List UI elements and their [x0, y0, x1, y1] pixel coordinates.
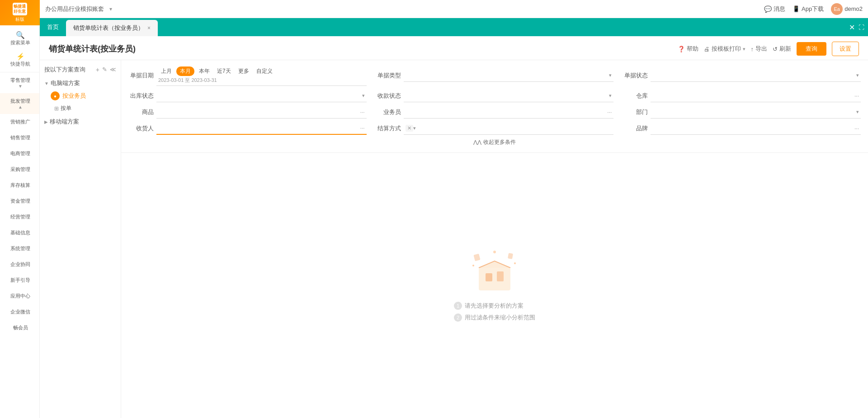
- sidebar-item-finance[interactable]: 资金管理: [0, 193, 39, 209]
- settle-tag-close[interactable]: ✕: [407, 125, 411, 131]
- sidebar-item-ecommerce[interactable]: 电商管理: [0, 146, 39, 162]
- outstatus-label: 出库状态: [128, 92, 154, 100]
- sidebar-item-quicknav[interactable]: ⚡ 快捷导航: [0, 51, 39, 69]
- date-tab-last-month[interactable]: 上月: [158, 66, 175, 76]
- logo-icon: 畅捷通好生意: [13, 3, 27, 15]
- tab-close-icon[interactable]: ×: [147, 25, 151, 31]
- sidebar-item-enterprise[interactable]: 企业协同: [0, 256, 39, 272]
- warehouse-control[interactable]: ···: [651, 90, 861, 102]
- sidebar-item-operations[interactable]: 经营管理: [0, 209, 39, 225]
- tab-maximize-icon[interactable]: ⛶: [859, 24, 864, 31]
- pc-group-label: 电脑端方案: [51, 79, 80, 87]
- sidebar-item-member[interactable]: 畅会员: [0, 320, 39, 336]
- docstatus-label: 单据状态: [623, 71, 648, 80]
- salesperson-more-icon[interactable]: ···: [607, 109, 612, 115]
- sidebar-search-section: 🔍 搜索菜单 ⚡ 快捷导航: [0, 25, 39, 72]
- refresh-btn[interactable]: ↺ 刷新: [773, 45, 791, 53]
- filter-goods-field: 商品 ···: [128, 106, 367, 119]
- user-menu-btn[interactable]: Ea demo2: [831, 3, 863, 15]
- brand-control[interactable]: ···: [651, 122, 861, 135]
- retail-arrow-icon: ▼: [18, 84, 23, 89]
- sub-scheme-by-order[interactable]: ⊞ 按单: [40, 103, 121, 114]
- main-area: 办公用品行业模拟账套 ▾ 💬 消息 📱 App下载 Ea demo2 首页: [40, 0, 868, 418]
- sidebar-item-newbie[interactable]: 新手引导: [0, 272, 39, 288]
- mobile-scheme-group-header[interactable]: ▶ 移动端方案: [40, 116, 121, 128]
- sidebar-item-purchase[interactable]: 采购管理: [0, 162, 39, 177]
- svg-rect-1: [486, 273, 492, 281]
- tab-bar: 首页 销货单统计表（按业务员） × ✕ ⛶: [40, 18, 868, 36]
- docstatus-control[interactable]: ▾: [651, 69, 861, 82]
- app-download-btn[interactable]: 📱 App下载: [793, 5, 824, 13]
- sidebar-item-retail[interactable]: 零售管理 ▼: [0, 72, 39, 93]
- doctype-label: 单据类型: [376, 71, 401, 80]
- message-btn[interactable]: 💬 消息: [764, 5, 785, 13]
- consignee-more-icon[interactable]: ···: [360, 125, 365, 131]
- export-btn[interactable]: ↑ 导出: [751, 45, 768, 53]
- dept-label: 部门: [623, 108, 648, 116]
- left-panel-header: 按以下方案查询 + ✎ ≪: [40, 64, 121, 77]
- outstatus-dropdown-icon: ▾: [362, 93, 365, 99]
- date-tabs-container: 上月 本月 本年 近7天 更多 自定义: [158, 66, 275, 76]
- settle-control[interactable]: ✕ ▾: [404, 122, 614, 135]
- tab-home[interactable]: 首页: [40, 18, 66, 36]
- consignee-control[interactable]: ···: [156, 122, 367, 135]
- tab-sales-stats[interactable]: 销货单统计表（按业务员） ×: [66, 20, 158, 36]
- goods-label: 商品: [128, 108, 154, 116]
- sidebar-item-sales[interactable]: 销售管理: [0, 130, 39, 146]
- query-button[interactable]: 查询: [797, 42, 826, 56]
- warehouse-more-icon[interactable]: ···: [854, 93, 859, 99]
- goods-more-icon[interactable]: ···: [360, 109, 365, 115]
- pc-group-collapse-icon: ▼: [44, 81, 49, 86]
- settings-button[interactable]: 设置: [832, 42, 859, 56]
- sidebar-item-basic-info[interactable]: 基础信息: [0, 225, 39, 241]
- mobile-group-label: 移动端方案: [50, 118, 79, 126]
- doctype-control[interactable]: ▾: [404, 69, 614, 82]
- scheme-item-salesperson[interactable]: ● 按业务员: [40, 89, 121, 103]
- filter-row-2: 出库状态 ▾ 收款状态 ▾: [128, 90, 861, 102]
- filter-row-4: 收货人 ··· 结算方式 ✕: [128, 122, 861, 135]
- logo-text: 畅捷通好生意: [14, 4, 26, 14]
- date-tab-custom[interactable]: 自定义: [254, 66, 275, 76]
- print-btn[interactable]: 🖨 按模板打印 ▾: [704, 45, 745, 53]
- date-label: 单据日期: [128, 71, 154, 80]
- doctype-dropdown-icon: ▾: [609, 72, 612, 78]
- empty-hint-1: 1 请先选择要分析的方案: [454, 302, 535, 310]
- brand-label: 品牌: [623, 124, 648, 133]
- sidebar-item-wholesale[interactable]: 批发管理 ▲: [0, 93, 39, 114]
- add-scheme-icon[interactable]: +: [96, 66, 99, 73]
- sidebar-item-search[interactable]: 🔍 搜索菜单: [0, 28, 39, 49]
- salesperson-label: 业务员: [376, 108, 401, 116]
- collapse-panel-icon[interactable]: ≪: [110, 66, 116, 73]
- outstatus-control[interactable]: ▾: [156, 90, 367, 102]
- app-dropdown-icon[interactable]: ▾: [109, 6, 112, 12]
- goods-control[interactable]: ···: [156, 106, 367, 119]
- pc-scheme-group-header[interactable]: ▼ 电脑端方案: [40, 77, 121, 89]
- filter-row-3: 商品 ··· 业务员 ···: [128, 106, 861, 119]
- filter-consignee-field: 收货人 ···: [128, 122, 367, 135]
- tab-window-close-icon[interactable]: ✕: [849, 23, 855, 32]
- print-icon: 🖨: [704, 46, 710, 52]
- help-btn[interactable]: ❓ 帮助: [678, 45, 698, 53]
- sidebar-item-inventory[interactable]: 库存核算: [0, 177, 39, 193]
- sidebar-item-wechat[interactable]: 企业微信: [0, 304, 39, 320]
- date-tab-more[interactable]: 更多: [236, 66, 252, 76]
- sidebar-item-system[interactable]: 系统管理: [0, 241, 39, 256]
- tab-bar-right: ✕ ⛶: [849, 23, 868, 32]
- collapse-btn[interactable]: ⋀⋀ 收起更多条件: [473, 138, 516, 146]
- date-tab-this-year[interactable]: 本年: [196, 66, 212, 76]
- print-dropdown-icon: ▾: [743, 46, 745, 52]
- date-tab-7days[interactable]: 近7天: [214, 66, 234, 76]
- top-bar: 办公用品行业模拟账套 ▾ 💬 消息 📱 App下载 Ea demo2: [40, 0, 868, 18]
- filter-row-1: 单据日期 上月 本月 本年 近7天 更多 自定义 20: [128, 65, 861, 86]
- sidebar-item-app-center[interactable]: 应用中心: [0, 288, 39, 304]
- dept-control[interactable]: ▾: [651, 106, 861, 119]
- receiptstatus-dropdown-icon: ▾: [609, 93, 612, 99]
- receiptstatus-control[interactable]: ▾: [404, 90, 614, 102]
- date-tab-this-month[interactable]: 本月: [176, 66, 194, 76]
- sidebar-item-marketing[interactable]: 营销推广: [0, 114, 39, 130]
- hint-num-2: 2: [454, 314, 462, 322]
- edit-scheme-icon[interactable]: ✎: [102, 66, 107, 73]
- salesperson-control[interactable]: ···: [404, 106, 614, 119]
- settle-tag: ✕: [406, 125, 413, 132]
- brand-more-icon[interactable]: ···: [854, 125, 859, 132]
